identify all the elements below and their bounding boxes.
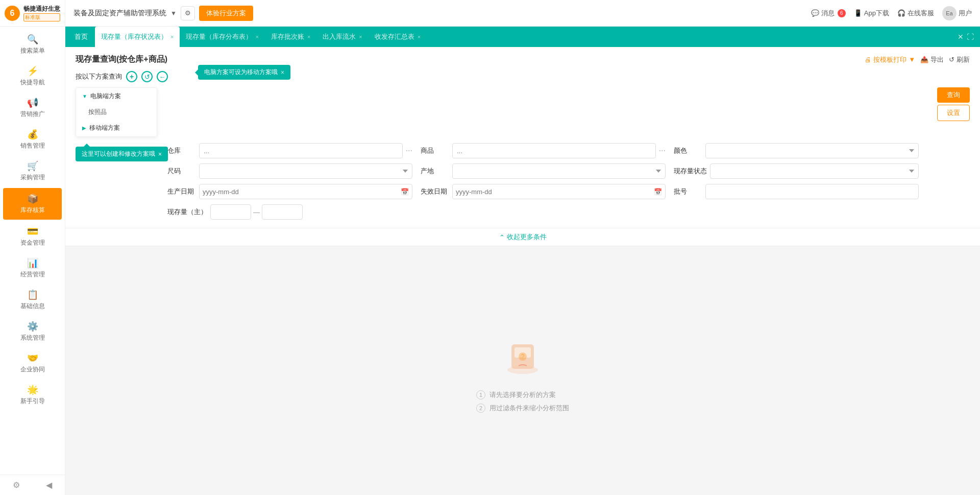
scheme-item-pc-1[interactable]: 按照品 <box>76 105 157 120</box>
sidebar-item-guide[interactable]: 🌟 新手引导 <box>0 379 65 411</box>
app-download-btn[interactable]: 📱 App下载 <box>854 9 889 18</box>
color-select[interactable] <box>705 143 919 158</box>
sidebar-bottom: ⚙ ◀ <box>0 475 65 495</box>
sidebar-item-purchase[interactable]: 🛒 采购管理 <box>0 155 65 187</box>
reset-btn[interactable]: 设置 <box>937 105 970 121</box>
system-title: 装备及固定资产辅助管理系统 <box>74 9 166 18</box>
tab-close-all-btn[interactable]: ✕ <box>958 33 964 41</box>
batch-input[interactable] <box>705 184 919 199</box>
tip-text-1: 请先选择要分析的方案 <box>489 390 556 399</box>
tab-batch-ledger-label: 库存批次账 <box>271 32 304 41</box>
system-nav-icon: ⚙️ <box>27 321 38 332</box>
collapse-btn[interactable]: ⌃ 收起更多条件 <box>499 232 547 242</box>
tooltip2-close[interactable]: × <box>158 151 162 158</box>
refresh-label: 刷新 <box>957 55 970 64</box>
stock-status-label: 现存量状态 <box>674 167 707 176</box>
sidebar-item-label: 新手引导 <box>20 397 45 406</box>
system-dropdown-btn[interactable]: ▼ <box>170 10 177 17</box>
export-label: 导出 <box>930 55 944 64</box>
produce-date-icon[interactable]: 📅 <box>401 188 409 196</box>
sidebar-item-marketing[interactable]: 📢 营销推广 <box>0 92 65 124</box>
user-area[interactable]: Ea 用户 <box>942 6 972 20</box>
sidebar-item-coop[interactable]: 🤝 企业协同 <box>0 347 65 379</box>
page-header: 现存量查询(按仓库+商品) 🖨 按模板打印 ▼ 📤 导出 ↺ 刷新 <box>65 47 980 65</box>
coop-nav-icon: 🤝 <box>27 352 38 364</box>
print-dropdown-icon: ▼ <box>909 56 915 63</box>
empty-tip-1: 1 请先选择要分析的方案 <box>476 390 569 399</box>
filter-row-expire-date: 失效日期 📅 <box>421 184 666 199</box>
tab-close-batch-ledger[interactable]: × <box>307 34 310 40</box>
export-btn[interactable]: 📤 导出 <box>920 55 944 64</box>
stock-status-select[interactable] <box>710 163 919 179</box>
empty-icon: ? <box>497 329 548 380</box>
goods-dots[interactable]: ··· <box>659 146 666 155</box>
tab-close-inventory-dist[interactable]: × <box>255 34 258 40</box>
tab-collect-summary[interactable]: 收发存汇总表 × <box>369 27 427 47</box>
logo-area: 6 畅捷通好生意 标准版 <box>0 0 65 27</box>
size-select[interactable] <box>199 163 412 179</box>
online-support-btn[interactable]: 🎧 在线客服 <box>897 9 934 18</box>
stock-main-from[interactable] <box>210 204 251 220</box>
sidebar-item-operation[interactable]: 📊 经营管理 <box>0 252 65 284</box>
sidebar-item-search[interactable]: 🔍 搜索菜单 <box>0 29 65 60</box>
messages-btn[interactable]: 💬 消息 6 <box>811 9 846 18</box>
tab-close-inventory-status[interactable]: × <box>170 34 174 40</box>
origin-select[interactable] <box>452 163 666 179</box>
empty-tip-2: 2 用过滤条件来缩小分析范围 <box>476 404 569 413</box>
sidebar-item-sales[interactable]: 💰 销售管理 <box>0 124 65 155</box>
stock-main-to[interactable] <box>262 204 303 220</box>
tab-expand-btn[interactable]: ⛶ <box>967 33 974 41</box>
sidebar-item-system[interactable]: ⚙️ 系统管理 <box>0 316 65 347</box>
collapse-bar[interactable]: ⌃ 收起更多条件 <box>65 228 980 246</box>
scheme-group-mobile-label: 移动端方案 <box>89 124 151 132</box>
filter-add-btn[interactable]: + <box>126 71 137 82</box>
tab-inventory-status[interactable]: 现存量（库存状况表） × <box>95 27 180 47</box>
expire-date-input[interactable] <box>456 188 654 196</box>
scheme-group-pc[interactable]: ▼ 电脑端方案 <box>76 88 157 105</box>
tooltip-edit-scheme: 这里可以创建和修改方案哦 × <box>76 147 168 161</box>
goods-label: 商品 <box>421 146 449 155</box>
goods-input[interactable] <box>452 143 656 158</box>
filter-row-stock-status: 现存量状态 <box>674 163 919 179</box>
page-title: 现存量查询(按仓库+商品) <box>76 54 167 65</box>
filter-refresh-btn[interactable]: ↺ <box>141 71 153 82</box>
tooltip1-close[interactable]: × <box>281 69 284 76</box>
empty-tips: 1 请先选择要分析的方案 2 用过滤条件来缩小分析范围 <box>476 390 569 413</box>
sidebar-item-label: 搜索菜单 <box>20 46 45 55</box>
sidebar-item-basic[interactable]: 📋 基础信息 <box>0 284 65 316</box>
tab-home[interactable]: 首页 <box>67 27 95 47</box>
search-nav-icon: 🔍 <box>27 34 38 45</box>
tab-close-collect-summary[interactable]: × <box>418 34 421 40</box>
filter-top-row: 按以下方案查询 + ↺ ← 电脑方案可设为移动方案哦 × <box>76 71 970 82</box>
sidebar-item-finance[interactable]: 💳 资金管理 <box>0 221 65 252</box>
filter-back-btn[interactable]: ← <box>157 71 168 82</box>
warehouse-input[interactable] <box>199 143 403 158</box>
collapse-sidebar-icon[interactable]: ◀ <box>46 480 52 490</box>
tab-batch-ledger[interactable]: 库存批次账 × <box>265 27 316 47</box>
tab-close-inout-flow[interactable]: × <box>359 34 362 40</box>
filter-row-color: 颜色 <box>674 143 919 158</box>
sidebar-item-inventory[interactable]: 📦 库存核算 <box>3 188 62 220</box>
expire-date-wrapper: 📅 <box>452 184 666 199</box>
tab-inout-flow[interactable]: 出入库流水 × <box>316 27 368 47</box>
guide-nav-icon: 🌟 <box>27 384 38 395</box>
expire-date-icon[interactable]: 📅 <box>654 188 662 196</box>
warehouse-dots[interactable]: ··· <box>406 146 412 155</box>
tab-inventory-dist[interactable]: 现存量（库存分布表） × <box>180 27 264 47</box>
search-btn[interactable]: 查询 <box>937 87 970 103</box>
logo-text: 畅捷通好生意 <box>23 5 60 13</box>
sidebar-item-label: 采购管理 <box>20 173 45 182</box>
tab-inventory-dist-label: 现存量（库存分布表） <box>186 32 252 41</box>
sidebar-item-quick[interactable]: ⚡ 快捷导航 <box>0 60 65 92</box>
experience-btn[interactable]: 体验行业方案 <box>199 6 253 21</box>
refresh-btn[interactable]: ↺ 刷新 <box>949 55 970 64</box>
filter-row-stock-main: 现存量（主） — <box>167 204 412 220</box>
filter-grid: 仓库 ··· 商品 ··· 颜色 尺码 <box>167 143 919 220</box>
sidebar-item-label: 库存核算 <box>20 206 45 215</box>
settings-icon[interactable]: ⚙ <box>13 480 20 490</box>
produce-date-input[interactable] <box>203 188 401 196</box>
print-btn[interactable]: 🖨 按模板打印 ▼ <box>865 55 915 64</box>
sidebar-item-label: 快捷导航 <box>20 78 45 87</box>
scheme-group-mobile[interactable]: ▶ 移动端方案 <box>76 120 157 136</box>
gear-settings-btn[interactable]: ⚙ <box>181 6 195 20</box>
